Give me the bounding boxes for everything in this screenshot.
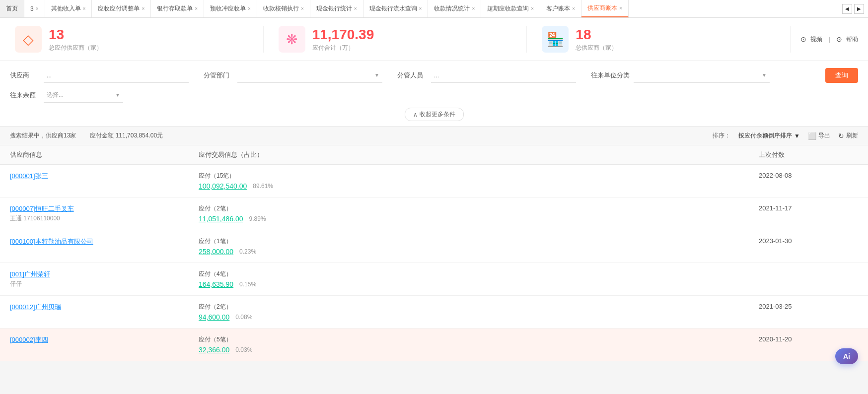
refresh-button[interactable]: ↻ 刷新 — [838, 131, 858, 140]
transaction-col: 应付（4笔） 164,635.90 0.15% — [199, 270, 759, 288]
nav-tab-adjustment[interactable]: 应收应付调整单 × — [92, 0, 151, 17]
tx-amount-link[interactable]: 32,366.00 — [199, 346, 229, 354]
ai-button[interactable]: Ai — [835, 348, 858, 361]
refresh-icon: ↻ — [838, 132, 844, 140]
supplier-name-link[interactable]: [000100]本特勒油品有限公司 — [10, 237, 199, 246]
close-icon[interactable]: × — [36, 6, 39, 11]
tx-amount-link[interactable]: 164,635.90 — [199, 280, 233, 288]
top-right-links: ⊙ 视频 ｜ ⊙ 帮助 — [791, 35, 858, 44]
nav-prev-button[interactable]: ◀ — [842, 4, 852, 14]
nav-tab-3[interactable]: 3 × — [24, 0, 45, 17]
transaction-col: 应付（1笔） 258,000.00 0.23% — [199, 237, 759, 256]
nav-tab-overdue[interactable]: 超期应收款查询 × — [481, 0, 540, 17]
tx-header: 应付（4笔） — [199, 270, 759, 278]
filter-balance: 往来余额 选择... ▼ — [10, 88, 189, 103]
sort-label: 排序： — [713, 131, 730, 140]
payable-total-icon: ❋ — [279, 26, 305, 53]
close-icon[interactable]: × — [142, 6, 145, 11]
chevron-down-icon-sort: ▼ — [794, 132, 800, 139]
supplier-name-link[interactable]: [000001]张三 — [10, 172, 199, 181]
person-filter-input[interactable] — [431, 68, 576, 83]
close-icon[interactable]: × — [531, 6, 534, 11]
tx-header: 应付（15笔） — [199, 172, 759, 180]
nav-next-button[interactable]: ▶ — [854, 4, 864, 14]
close-icon[interactable]: × — [472, 6, 475, 11]
nav-tab-verify[interactable]: 收款核销执行 × — [257, 0, 310, 17]
right-actions: 排序： 按应付余额倒序排序 ▼ ⬜ 导出 ↻ 刷新 — [713, 131, 858, 140]
nav-tab-prepay[interactable]: 预收冲应收单 × — [204, 0, 257, 17]
filter-dept: 分管部门 ▼ — [204, 68, 382, 83]
close-icon[interactable]: × — [419, 6, 422, 11]
result-text-1: 搜索结果中，供应商13家 — [10, 131, 76, 140]
tx-header: 应付（2笔） — [199, 204, 759, 213]
export-button[interactable]: ⬜ 导出 — [808, 131, 830, 140]
tx-amount-link[interactable]: 94,600.00 — [199, 313, 229, 321]
tx-percent: 0.15% — [239, 281, 256, 288]
tx-header: 应付（1笔） — [199, 237, 759, 246]
nav-tab-customer-ledger[interactable]: 客户账本 × — [540, 0, 581, 17]
table-row: [000007]恒旺二手叉车 王通 17106110000 应付（2笔） 11,… — [0, 197, 868, 230]
filter-row-1: 供应商 分管部门 ▼ 分管人员 往来单位分类 ▼ 查询 — [10, 68, 858, 83]
help-link[interactable]: 帮助 — [846, 35, 858, 44]
nav-arrows: ◀ ▶ — [838, 4, 868, 14]
category-filter-select[interactable]: ▼ — [634, 68, 770, 83]
supplier-contact: 王通 17106110000 — [10, 214, 199, 223]
tx-amount-link[interactable]: 258,000.00 — [199, 248, 233, 256]
nav-tab-other-income[interactable]: 其他收入单 × — [45, 0, 92, 17]
filter-person: 分管人员 — [397, 68, 576, 83]
supplier-name-link[interactable]: [000012]广州贝瑞 — [10, 303, 199, 312]
nav-tab-home[interactable]: 首页 — [0, 0, 24, 17]
sort-select[interactable]: 按应付余额倒序排序 ▼ — [738, 131, 800, 140]
header-supplier: 供应商信息 — [10, 150, 199, 159]
close-icon[interactable]: × — [248, 6, 251, 11]
payable-suppliers-number: 13 — [49, 26, 102, 43]
nav-tab-home-label: 首页 — [6, 4, 18, 13]
chevron-down-icon: ▼ — [374, 72, 379, 78]
supplier-name-link[interactable]: [001]广州荣轩 — [10, 270, 199, 279]
payable-total-info: 11,170.39 应付合计（万） — [312, 26, 374, 53]
dept-filter-label: 分管部门 — [204, 71, 233, 80]
table-row: [000012]广州贝瑞 应付（2笔） 94,600.00 0.08% 2021… — [0, 296, 868, 328]
nav-tab-supplier-ledger[interactable]: 供应商账本 × — [581, 0, 629, 17]
balance-filter-select[interactable]: 选择... ▼ — [44, 88, 123, 103]
nav-tab-3-label: 3 — [30, 5, 34, 12]
last-payment-col: 2020-11-20 — [759, 335, 858, 343]
table-header: 供应商信息 应付交易信息（占比） 上次付数 — [0, 145, 868, 165]
close-icon[interactable]: × — [572, 6, 575, 11]
nav-tab-cash-flow[interactable]: 现金银行流水查询 × — [363, 0, 429, 17]
tx-amount-link[interactable]: 11,051,486.00 — [199, 215, 243, 223]
close-icon[interactable]: × — [83, 6, 86, 11]
nav-tab-other-income-label: 其他收入单 — [51, 4, 81, 13]
close-icon[interactable]: × — [619, 5, 622, 11]
nav-tab-cash-stat[interactable]: 现金银行统计 × — [310, 0, 363, 17]
video-link[interactable]: 视频 — [810, 35, 822, 44]
nav-tab-bank[interactable]: 银行存取款单 × — [151, 0, 204, 17]
search-button[interactable]: 查询 — [825, 68, 858, 83]
export-icon: ⬜ — [808, 132, 816, 140]
supplier-filter-input[interactable] — [44, 68, 189, 83]
supplier-name-link[interactable]: [000007]恒旺二手叉车 — [10, 204, 199, 213]
transaction-col: 应付（2笔） 11,051,486.00 9.89% — [199, 204, 759, 223]
payable-suppliers-info: 13 总应付供应商（家） — [49, 26, 102, 53]
supplier-name-link[interactable]: [000002]李四 — [10, 335, 199, 344]
nav-tab-supplier-ledger-label: 供应商账本 — [587, 4, 617, 12]
total-suppliers-number: 18 — [576, 26, 617, 43]
close-icon[interactable]: × — [354, 6, 357, 11]
tx-amount-link[interactable]: 100,092,540.00 — [199, 182, 247, 190]
collapse-button[interactable]: ∧ 收起更多条件 — [405, 108, 464, 121]
header-last-payment: 上次付数 — [759, 150, 858, 159]
table-row: [000001]张三 应付（15笔） 100,092,540.00 89.61%… — [0, 165, 868, 197]
transaction-col: 应付（5笔） 32,366.00 0.03% — [199, 335, 759, 354]
total-suppliers-icon: 🏪 — [542, 26, 569, 53]
circle-icon: ⊙ — [800, 35, 806, 43]
chevron-up-icon: ∧ — [413, 111, 418, 118]
close-icon[interactable]: × — [301, 6, 304, 11]
result-bar: 搜索结果中，供应商13家 应付金额 111,703,854.00元 排序： 按应… — [0, 127, 868, 145]
nav-tab-prepay-label: 预收冲应收单 — [210, 4, 246, 13]
dept-filter-select[interactable]: ▼ — [237, 68, 382, 83]
payable-total-label: 应付合计（万） — [312, 44, 374, 52]
close-icon[interactable]: × — [195, 6, 198, 11]
nav-tab-receipt-stat[interactable]: 收款情况统计 × — [428, 0, 481, 17]
person-filter-label: 分管人员 — [397, 71, 427, 80]
last-payment-col: 2021-11-17 — [759, 204, 858, 212]
